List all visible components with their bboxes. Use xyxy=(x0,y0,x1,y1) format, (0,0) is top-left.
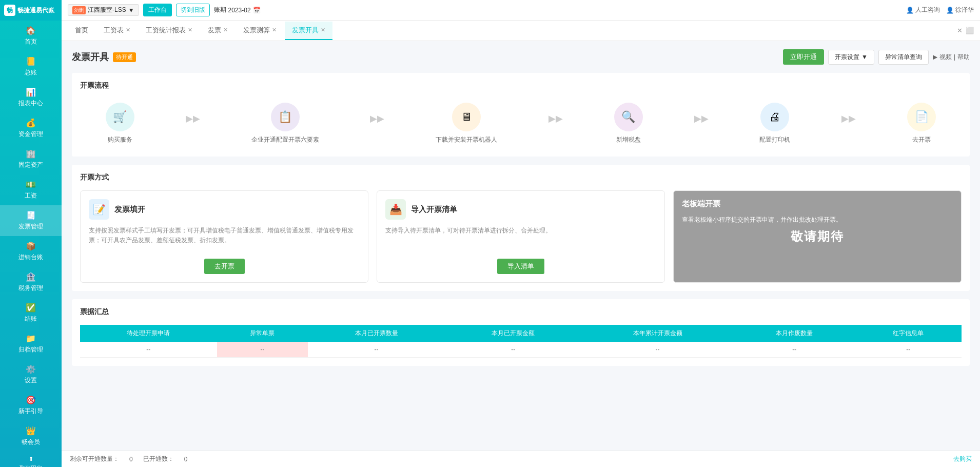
company-selector[interactable]: 勿删 江西服室-LSS ▼ xyxy=(68,4,139,16)
tab-invoice[interactable]: 发票 ✕ xyxy=(201,22,235,40)
sidebar-item-home[interactable]: 🏠 首页 xyxy=(0,21,62,51)
sidebar-item-reports[interactable]: 📊 报表中心 xyxy=(0,82,62,113)
guide-icon: 🎯 xyxy=(26,395,36,405)
col-pending: 待处理开票申请 xyxy=(80,325,217,342)
help-label: 帮助 xyxy=(957,53,970,62)
sidebar-item-label: 资金管理 xyxy=(18,130,43,139)
sidebar-item-settlement[interactable]: ✅ 结账 xyxy=(0,298,62,328)
sidebar-item-purchase[interactable]: 📦 进销台账 xyxy=(0,236,62,267)
funds-icon: 💰 xyxy=(26,118,36,128)
sidebar-item-tax[interactable]: 🏦 税务管理 xyxy=(0,267,62,298)
workspace-button[interactable]: 工作台 xyxy=(143,4,172,16)
abnormal-query-button[interactable]: 异常清单查询 xyxy=(878,50,929,65)
view-button[interactable]: ▶ 视频 | 帮助 xyxy=(933,53,970,62)
step-taxbox-icon: 🔍 xyxy=(614,103,643,131)
sidebar-item-member[interactable]: 👑 畅会员 xyxy=(0,421,62,452)
page-title-row: 发票开具 待开通 xyxy=(72,51,136,63)
immediate-open-button[interactable]: 立即开通 xyxy=(783,49,824,65)
summary-section: 票据汇总 待处理开票申请 异常单票 本月已开票数量 本月已开票金额 本年累计开票… xyxy=(72,299,970,366)
remaining-label: 剩余可开通数量： xyxy=(70,455,119,463)
tab-action-close-icon[interactable]: ✕ xyxy=(957,27,963,34)
tab-salary-close[interactable]: ✕ xyxy=(126,27,130,33)
import-invoice-button[interactable]: 导入清单 xyxy=(497,259,544,274)
sidebar: 畅 畅捷通易代账 🏠 首页 📒 总账 📊 报表中心 💰 资金管理 🏢 固定资产 … xyxy=(0,0,62,467)
service-link[interactable]: 👤 人工咨询 xyxy=(906,6,940,14)
step-robot-label: 下载并安装开票机器人 xyxy=(436,135,497,144)
sidebar-item-guide[interactable]: 🎯 新手引导 xyxy=(0,390,62,421)
header-actions: 立即开通 开票设置 ▼ 异常清单查询 ▶ 视频 | 帮助 xyxy=(783,49,970,65)
sidebar-item-invoice-mgmt[interactable]: 🧾 发票管理 xyxy=(0,205,62,236)
tab-salary-report-label: 工资统计报表 xyxy=(146,26,186,35)
col-void-count: 本月作废数量 xyxy=(734,325,855,342)
company-tag: 勿删 xyxy=(72,6,86,14)
tab-invoice-calc-label: 发票测算 xyxy=(243,26,270,35)
bottom-bar: 剩余可开通数量： 0 已开通数： 0 去购买 xyxy=(62,451,980,467)
sidebar-item-settings[interactable]: ⚙️ 设置 xyxy=(0,359,62,390)
sidebar-item-assets[interactable]: 🏢 固定资产 xyxy=(0,144,62,174)
step-download-robot[interactable]: 🖥 下载并安装开票机器人 xyxy=(436,103,497,144)
flow-steps: 🛒 购买服务 ▶▶ 📋 企业开通配置开票六要素 ▶▶ 🖥 下载并安装开票机器人 … xyxy=(80,99,962,148)
tab-salary-report-close[interactable]: ✕ xyxy=(188,27,192,33)
cell-month-count: -- xyxy=(308,342,445,358)
summary-title: 票据汇总 xyxy=(80,307,962,317)
tab-action-restore-icon[interactable]: ⬜ xyxy=(966,27,974,34)
method-import-desc: 支持导入待开票清单，可对待开票清单进行拆分、合并处理。 xyxy=(385,226,656,251)
flow-section: 开票流程 🛒 购买服务 ▶▶ 📋 企业开通配置开票六要素 ▶▶ 🖥 下载并安装开… xyxy=(72,73,970,157)
service-icon: 👤 xyxy=(906,7,914,14)
topbar-right: 👤 人工咨询 👤 徐泽华 xyxy=(906,6,974,14)
sidebar-item-ledger[interactable]: 📒 总账 xyxy=(0,51,62,82)
status-badge: 待开通 xyxy=(113,52,136,62)
method-card-import: 📥 导入开票清单 支持导入待开票清单，可对待开票清单进行拆分、合并处理。 导入清… xyxy=(377,190,665,283)
tab-invoice-close[interactable]: ✕ xyxy=(223,27,228,33)
method-manual-btn-row: 去开票 xyxy=(89,259,360,274)
sidebar-item-funds[interactable]: 💰 资金管理 xyxy=(0,113,62,144)
sidebar-item-label: 归档管理 xyxy=(18,345,43,354)
arrow-2: ▶▶ xyxy=(370,113,384,124)
tab-invoice-open-close[interactable]: ✕ xyxy=(321,27,325,33)
user-profile[interactable]: 👤 徐泽华 xyxy=(946,6,974,14)
cell-void-count: -- xyxy=(734,342,855,358)
buy-link[interactable]: 去购买 xyxy=(953,455,972,463)
sidebar-item-label: 发票管理 xyxy=(18,222,43,231)
salary-icon: 💵 xyxy=(26,180,36,189)
home-icon: 🏠 xyxy=(26,26,36,35)
company-name: 江西服室-LSS xyxy=(88,6,126,14)
view-icon: ▶ xyxy=(933,53,937,61)
arrow-5: ▶▶ xyxy=(841,113,856,124)
logo-icon: 畅 xyxy=(4,5,15,16)
step-open-invoice[interactable]: 📄 去开票 xyxy=(907,103,936,144)
open-settings-button[interactable]: 开票设置 ▼ xyxy=(828,50,874,65)
step-add-taxbox[interactable]: 🔍 新增税盘 xyxy=(614,103,643,144)
tab-salary-report[interactable]: 工资统计报表 ✕ xyxy=(139,22,200,40)
method-import-btn-row: 导入清单 xyxy=(385,259,656,274)
sidebar-item-archive[interactable]: 📁 归档管理 xyxy=(0,328,62,359)
cell-red-info: -- xyxy=(855,342,962,358)
tab-invoice-calc[interactable]: 发票测算 ✕ xyxy=(236,22,284,40)
cell-month-amount: -- xyxy=(445,342,582,358)
topbar: 勿删 江西服室-LSS ▼ 工作台 切到旧版 账期 2023-02 📅 👤 人工… xyxy=(62,0,980,21)
open-settings-label: 开票设置 xyxy=(835,53,859,62)
page-header: 发票开具 待开通 立即开通 开票设置 ▼ 异常清单查询 ▶ 视频 | 帮助 xyxy=(72,49,970,65)
old-version-button[interactable]: 切到旧版 xyxy=(176,4,210,16)
period-label: 账期 xyxy=(214,6,226,14)
manual-invoice-button[interactable]: 去开票 xyxy=(204,259,245,274)
tab-invoice-label: 发票 xyxy=(208,26,221,35)
company-dropdown-icon: ▼ xyxy=(128,7,134,14)
tab-invoice-open[interactable]: 发票开具 ✕ xyxy=(285,22,332,40)
tab-salary[interactable]: 工资表 ✕ xyxy=(96,22,138,40)
tab-salary-label: 工资表 xyxy=(104,26,124,35)
col-year-amount: 本年累计开票金额 xyxy=(581,325,733,342)
sidebar-item-label: 报表中心 xyxy=(18,99,43,108)
sidebar-item-label: 进销台账 xyxy=(18,253,43,262)
opened-value: 0 xyxy=(184,456,188,463)
step-enterprise-config[interactable]: 📋 企业开通配置开票六要素 xyxy=(251,103,319,144)
method-import-icon: 📥 xyxy=(385,199,406,220)
tab-invoice-calc-close[interactable]: ✕ xyxy=(272,27,277,33)
step-config-printer[interactable]: 🖨 配置打印机 xyxy=(759,103,790,144)
step-buy-service[interactable]: 🛒 购买服务 xyxy=(106,103,134,144)
tab-home[interactable]: 首页 xyxy=(68,22,95,40)
method-manual-title: 发票填开 xyxy=(114,205,145,215)
period-display: 账期 2023-02 📅 xyxy=(214,6,261,14)
main-content: 勿删 江西服室-LSS ▼ 工作台 切到旧版 账期 2023-02 📅 👤 人工… xyxy=(62,0,980,467)
sidebar-item-salary[interactable]: 💵 工资 xyxy=(0,174,62,205)
